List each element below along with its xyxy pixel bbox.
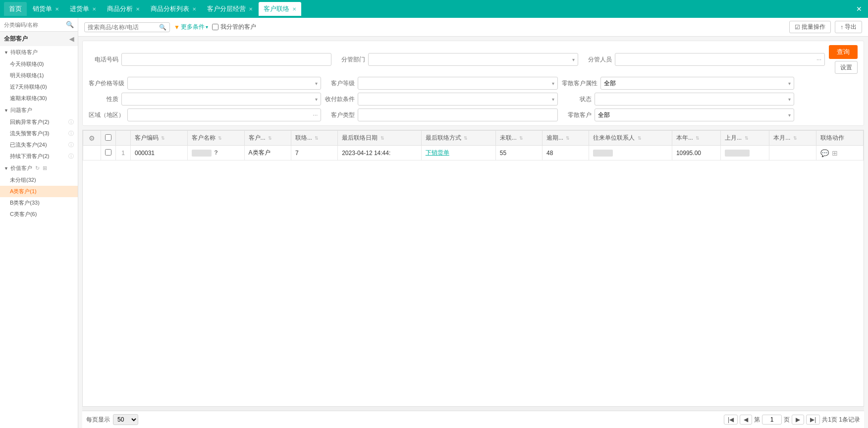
export-button[interactable]: ↑ 导出 (835, 21, 862, 33)
table-gear-icon[interactable]: ⚙ (89, 134, 95, 142)
row-code-value: 000031 (135, 150, 155, 157)
sidebar-item-overdue[interactable]: 逾期未联络(30) (0, 93, 78, 104)
sidebar-item-abnormal[interactable]: 回购异常客户(2) ⓘ (0, 116, 78, 128)
row-unit-contact-blur (593, 150, 613, 157)
nav-sales-close[interactable]: ✕ (55, 6, 59, 12)
nav-purchase[interactable]: 进货单 ✕ (65, 2, 101, 16)
th-contact-count-label: 联络... (295, 134, 312, 141)
customer-type-select[interactable] (358, 108, 557, 121)
sidebar-item-class-b[interactable]: B类客户(33) (0, 197, 78, 209)
th-last-contact-method[interactable]: 最后联络方式 ⇅ (421, 131, 495, 146)
region-dots-icon: ··· (313, 111, 318, 118)
sidebar-all-customers[interactable]: 全部客户 ◀ (0, 32, 78, 46)
horizontal-scrollbar[interactable] (82, 407, 864, 411)
nav-goods-list[interactable]: 商品分析列表 ✕ (146, 2, 201, 16)
sidebar-item-tomorrow-pending[interactable]: 明天待联络(1) (0, 70, 78, 81)
select-all-checkbox[interactable] (105, 134, 111, 141)
nav-goods-list-close[interactable]: ✕ (192, 6, 196, 12)
class-b-label: B类客户(33) (10, 200, 40, 206)
batch-ops-button[interactable]: ☑ 批量操作 (789, 21, 831, 33)
last-page-button[interactable]: ▶| (806, 415, 820, 425)
th-last-month[interactable]: 上月... ⇅ (721, 131, 769, 146)
action-message-icon[interactable]: 💬 (820, 149, 829, 157)
th-this-month[interactable]: 本月... ⇅ (769, 131, 816, 146)
prev-page-button[interactable]: ◀ (740, 415, 752, 425)
nature-select[interactable]: ▾ (121, 93, 321, 106)
th-overdue-sort: ⇅ (566, 136, 570, 141)
th-unit-contact[interactable]: 往来单位联系人 ⇅ (589, 131, 672, 146)
nav-customer-layer-close[interactable]: ✕ (249, 6, 253, 12)
my-customers-checkbox[interactable] (212, 24, 218, 30)
dept-select[interactable]: ▾ (368, 53, 578, 66)
table-header-row: ⚙ 客户编码 ⇅ 客户名称 (83, 131, 864, 146)
nav-purchase-close[interactable]: ✕ (92, 6, 96, 12)
problem-arrow-icon: ▼ (4, 108, 8, 113)
customer-level-select[interactable]: ▾ (358, 77, 557, 90)
window-close-button[interactable]: ✕ (854, 3, 864, 15)
retail-customer-select[interactable]: 全部 ▾ (595, 108, 794, 121)
status-select[interactable]: ▾ (595, 93, 794, 106)
field-manager: 分管人员 ··· (582, 53, 825, 66)
sidebar-search-input[interactable] (4, 22, 64, 28)
batch-ops-label: 批量操作 (802, 23, 825, 31)
next-page-button[interactable]: ▶ (792, 415, 804, 425)
page-number-input[interactable] (762, 415, 782, 425)
value-settings-icon[interactable]: ⊞ (43, 165, 47, 171)
sidebar-section-value[interactable]: ▼ 价值客户 ↻ ⊞ (0, 162, 78, 174)
sidebar-item-churned[interactable]: 已流失客户(24) ⓘ (0, 139, 78, 151)
class-a-label: A类客户(1) (10, 188, 37, 194)
region-select[interactable]: ··· (127, 108, 321, 121)
filter-search-input[interactable] (88, 24, 157, 31)
sidebar-collapse-icon[interactable]: ◀ (69, 36, 74, 43)
th-name[interactable]: 客户名称 ⇅ (187, 131, 244, 146)
th-last-contact-date[interactable]: 最后联络日期 ⇅ (338, 131, 422, 146)
nav-goods-analysis-label: 商品分析 (107, 4, 133, 13)
th-overdue[interactable]: 逾期... ⇅ (542, 131, 589, 146)
nav-customer-contact[interactable]: 客户联络 ✕ (259, 2, 301, 16)
th-this-year[interactable]: 本年... ⇅ (672, 131, 720, 146)
sidebar-item-class-a[interactable]: A类客户(1) (0, 186, 78, 197)
sidebar-section-pending[interactable]: ▼ 待联络客户 (0, 46, 78, 58)
action-qr-icon[interactable]: ⊞ (832, 149, 838, 157)
filter-bar: 🔍 ▼ 更多条件 ▾ 我分管的客户 ☑ 批量操作 ↑ 导出 (78, 18, 868, 37)
row-checkbox[interactable] (105, 149, 111, 156)
query-button[interactable]: 查询 (829, 45, 858, 59)
sidebar-item-churn-warning[interactable]: 流失预警客户(3) ⓘ (0, 128, 78, 139)
sidebar-section-problem[interactable]: ▼ 问题客户 (0, 104, 78, 116)
manager-select[interactable]: ··· (615, 53, 825, 66)
value-refresh-icon[interactable]: ↻ (35, 165, 40, 171)
nav-customer-layer[interactable]: 客户分层经营 ✕ (202, 2, 258, 16)
phone-input[interactable] (121, 53, 331, 66)
th-customer-type[interactable]: 客户... ⇅ (244, 131, 291, 146)
td-customer-type: A类客户 (244, 146, 291, 160)
more-filters-button[interactable]: ▼ 更多条件 ▾ (174, 23, 208, 31)
payment-terms-select[interactable]: ▾ (358, 93, 557, 106)
sidebar-item-today-pending[interactable]: 今天待联络(0) (0, 58, 78, 70)
nav-customer-contact-close[interactable]: ✕ (292, 6, 296, 12)
row-last-contact-method-link[interactable]: 下销货单 (426, 149, 449, 156)
sidebar-item-class-c[interactable]: C类客户(6) (0, 209, 78, 220)
per-page-select[interactable]: 50 100 200 (113, 414, 138, 425)
th-contact-count[interactable]: 联络... ⇅ (291, 131, 337, 146)
nav-goods-analysis[interactable]: 商品分析 ✕ (102, 2, 145, 16)
th-this-year-sort: ⇅ (696, 136, 700, 141)
price-level-select[interactable]: ▾ (127, 77, 321, 90)
first-page-button[interactable]: |◀ (724, 415, 738, 425)
nav-home[interactable]: 首页 (4, 2, 27, 16)
sidebar-item-unclassified[interactable]: 未分组(32) (0, 174, 78, 186)
th-contact-count-sort: ⇅ (315, 136, 319, 141)
th-overdue-label: 逾期... (546, 134, 563, 141)
sidebar-item-week-pending[interactable]: 近7天待联络(0) (0, 81, 78, 93)
abnormal-label: 回购异常客户(2) (10, 118, 49, 126)
settings-button[interactable]: 设置 (835, 61, 858, 74)
th-code[interactable]: 客户编码 ⇅ (131, 131, 188, 146)
field-customer-type: 客户类型 (325, 108, 557, 121)
nav-goods-analysis-close[interactable]: ✕ (136, 6, 140, 12)
sidebar-item-declining[interactable]: 持续下滑客户(2) ⓘ (0, 151, 78, 162)
dept-label: 分管部门 (335, 55, 365, 64)
retail-attr-select[interactable]: 全部 ▾ (600, 77, 794, 90)
nav-sales[interactable]: 销货单 ✕ (28, 2, 64, 16)
td-settings (83, 146, 101, 160)
th-code-label: 客户编码 (135, 134, 159, 141)
th-unpaid[interactable]: 未联... ⇅ (495, 131, 542, 146)
